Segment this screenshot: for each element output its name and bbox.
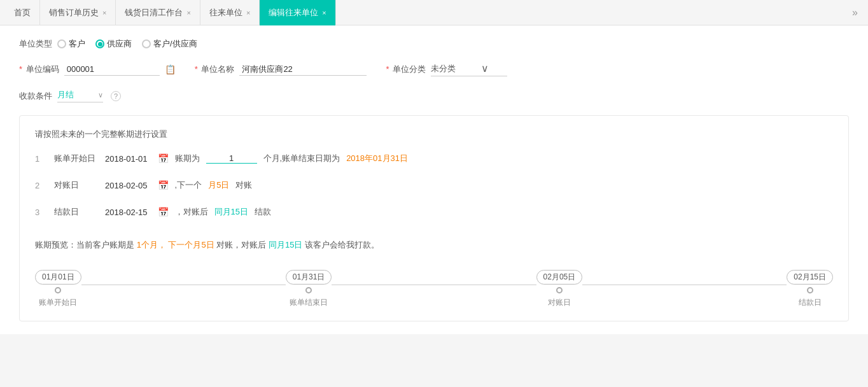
preview-middle: 对账，对账后	[216, 240, 266, 250]
tl-badge-2: 01月31日	[286, 270, 332, 285]
code-name-category-row: * 单位编码 📋 * 单位名称 * 单位分类 未分类 ∨	[19, 62, 849, 76]
copy-icon[interactable]: 📋	[165, 64, 176, 74]
preview-part2: 下一个月5日	[168, 240, 214, 250]
tl-badge-3: 02月05日	[536, 270, 583, 285]
period-desc-suffix-3: 结款	[255, 206, 271, 218]
tl-dot-4	[807, 287, 813, 293]
radio-circle-supplier	[95, 39, 104, 48]
payment-row: 收款条件 月结 ∨ ?	[19, 89, 849, 102]
tabs-bar: 首页 销售订单历史 × 钱货日清工作台 × 往来单位 × 编辑往来单位 × »	[0, 0, 868, 25]
category-dropdown-icon: ∨	[481, 62, 489, 74]
period-num-1: 1	[35, 154, 48, 164]
timeline: 01月01日 账单开始日 01月31日 账单结束日 02月05日 对账日	[35, 264, 833, 308]
period-date-1: 2018-01-01	[105, 154, 148, 164]
unit-code-input[interactable]	[64, 63, 160, 76]
radio-label-customer: 客户	[69, 38, 85, 50]
tl-dot-2	[305, 287, 312, 293]
radio-customer[interactable]: 客户	[57, 38, 85, 50]
radio-both[interactable]: 客户/供应商	[142, 38, 197, 50]
close-icon[interactable]: ×	[246, 9, 250, 17]
payment-group: 收款条件 月结 ∨ ?	[19, 89, 121, 102]
tab-home[interactable]: 首页	[5, 0, 40, 25]
card-title: 请按照未来的一个完整帐期进行设置	[35, 129, 833, 140]
main-content: 单位类型 客户 供应商 客户/供应商 * 单位编码	[0, 25, 868, 334]
payment-select[interactable]: 月结 ∨	[57, 89, 103, 102]
unit-category-label: * 单位分类	[386, 64, 426, 75]
period-desc-suffix-1: 个月,账单结束日期为	[263, 153, 340, 164]
help-icon[interactable]: ?	[111, 91, 121, 101]
tl-node-4: 02月15日 结款日	[787, 270, 833, 308]
preview-text: 账期预览：当前客户账期是 1个月， 下一个月5日 对账，对账后 同月15日 该客…	[35, 233, 833, 257]
period-row-3: 3 结款日 2018-02-15 📅 ，对账后 同月15日 结款	[35, 206, 833, 218]
period-row-2: 2 对账日 2018-02-05 📅 ,下一个 月5日 对账	[35, 179, 833, 191]
calendar-icon-3[interactable]: 📅	[158, 207, 169, 217]
period-label-3: 结款日	[54, 206, 99, 218]
calendar-icon-1[interactable]: 📅	[158, 153, 169, 164]
radio-circle-both	[142, 39, 151, 48]
tl-label-3: 对账日	[548, 297, 571, 308]
unit-type-group: 单位类型 客户 供应商 客户/供应商	[19, 38, 197, 50]
period-card: 请按照未来的一个完整帐期进行设置 1 账单开始日 2018-01-01 📅 账期…	[19, 115, 849, 321]
tab-expand-icon[interactable]: »	[847, 7, 863, 18]
tl-label-2: 账单结束日	[290, 297, 328, 308]
period-desc-prefix-2: ,下一个	[175, 179, 202, 191]
tl-line-1	[81, 285, 286, 285]
period-highlight-2: 月5日	[208, 179, 229, 191]
category-select[interactable]: 未分类 ∨	[431, 62, 507, 76]
period-input-months[interactable]	[206, 153, 257, 164]
tl-label-4: 结款日	[799, 297, 822, 308]
close-icon[interactable]: ×	[322, 9, 326, 17]
unit-category-group: * 单位分类 未分类 ∨	[386, 62, 507, 76]
required-star-category: *	[386, 64, 389, 74]
period-desc-prefix-3: ，对账后	[175, 206, 208, 218]
payment-dropdown-icon: ∨	[98, 91, 103, 99]
radio-group-unit-type: 客户 供应商 客户/供应商	[57, 38, 197, 50]
tl-dot-3	[556, 287, 563, 293]
calendar-icon-2[interactable]: 📅	[158, 180, 169, 190]
tl-line-3	[582, 285, 787, 285]
unit-type-row: 单位类型 客户 供应商 客户/供应商	[19, 38, 849, 50]
tl-node-2: 01月31日 账单结束日	[286, 270, 332, 308]
period-date-3: 2018-02-15	[105, 208, 148, 217]
unit-name-label: * 单位名称	[195, 64, 235, 75]
period-row-1: 1 账单开始日 2018-01-01 📅 账期为 个月,账单结束日期为 2018…	[35, 153, 833, 164]
close-icon[interactable]: ×	[102, 9, 106, 17]
unit-type-label: 单位类型	[19, 38, 52, 50]
period-desc-prefix-1: 账期为	[175, 153, 200, 164]
required-star-name: *	[195, 64, 198, 74]
radio-label-supplier: 供应商	[107, 38, 132, 50]
unit-code-group: * 单位编码 📋	[19, 63, 176, 76]
unit-name-input[interactable]	[239, 63, 367, 76]
tl-badge-4: 02月15日	[787, 270, 833, 285]
payment-value: 月结	[57, 89, 95, 101]
tab-edit-partner[interactable]: 编辑往来单位 ×	[260, 0, 335, 25]
period-label-2: 对账日	[54, 179, 99, 191]
required-star-code: *	[19, 64, 22, 74]
tl-label-1: 账单开始日	[39, 297, 77, 308]
period-num-2: 2	[35, 181, 48, 190]
tab-cash-work[interactable]: 钱货日清工作台 ×	[116, 0, 200, 25]
tab-sales-history[interactable]: 销售订单历史 ×	[40, 0, 116, 25]
unit-name-group: * 单位名称	[195, 63, 367, 76]
tl-dot-1	[55, 287, 61, 293]
period-date-2: 2018-02-05	[105, 181, 148, 190]
close-icon[interactable]: ×	[186, 9, 190, 17]
preview-suffix: 该客户会给我打款。	[305, 240, 379, 250]
preview-prefix: 账期预览：当前客户账期是	[35, 240, 134, 250]
period-label-1: 账单开始日	[54, 153, 99, 164]
tl-badge-1: 01月01日	[35, 270, 81, 285]
radio-supplier[interactable]: 供应商	[95, 38, 132, 50]
radio-label-both: 客户/供应商	[153, 38, 197, 50]
radio-circle-customer	[57, 39, 66, 48]
period-highlight-1: 2018年01月31日	[346, 153, 408, 164]
preview-part3: 同月15日	[269, 240, 302, 250]
tl-node-3: 02月05日 对账日	[536, 270, 583, 308]
period-highlight-3: 同月15日	[214, 206, 248, 218]
payment-label: 收款条件	[19, 90, 52, 102]
period-desc-suffix-2: 对账	[235, 179, 252, 191]
period-num-3: 3	[35, 208, 48, 217]
tl-line-2	[332, 285, 536, 285]
unit-code-label: * 单位编码	[19, 64, 59, 75]
tab-partner[interactable]: 往来单位 ×	[200, 0, 260, 25]
category-value: 未分类	[431, 63, 456, 74]
